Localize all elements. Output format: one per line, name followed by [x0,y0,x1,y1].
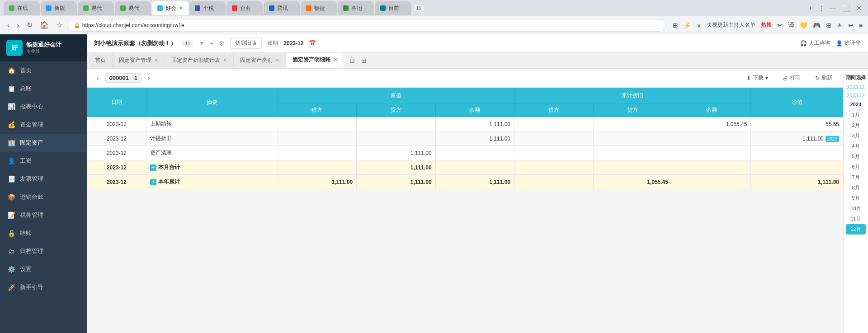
page-tab-home[interactable]: 首页 [89,53,113,68]
translate-icon[interactable]: 译 [788,21,794,29]
period-selected-start[interactable]: 2023.12 [846,84,866,91]
back-button[interactable]: ‹ [5,19,11,31]
download-button[interactable]: ⬇ 下载 ▾ [743,72,772,84]
flash-icon[interactable]: ⚡ [684,22,691,29]
page-tab-fixed_asset_category[interactable]: 固定资产类别 ✕ [234,53,286,68]
dropdown-icon[interactable]: ▼ [199,40,204,47]
cell-2-1: 资产清理 [146,146,278,160]
month-item-1月[interactable]: 1月 [846,110,866,120]
more-icon[interactable]: ∨ [697,22,701,29]
month-item-8月[interactable]: 8月 [846,183,866,193]
page-tab-close-fixed_asset_mgmt[interactable]: ✕ [154,57,158,63]
browser-tab-tab2[interactable]: 新版 [41,1,77,15]
main-content: 刘小艳演示账套（勿删勿动！） 11 ▼ + ⚙ 切到旧版 账期 2023-12 … [87,34,868,333]
page-tab-label-fixed_asset_ledger: 固定资产明细账 [292,56,330,64]
minimize-button[interactable]: — [827,5,839,12]
maximize-button[interactable]: ⬜ [840,5,853,12]
page-tab-close-fixed_asset_dep_stats[interactable]: ✕ [223,57,227,63]
browser-tab-tab4[interactable]: 易代 [115,1,151,15]
reload-button[interactable]: ↻ [25,19,34,31]
logo-text: 畅捷通好会计 [26,41,61,49]
expand-button[interactable]: ⊞ [359,56,368,65]
sidebar-item-fixed_asset[interactable]: 🏢 固定资产 [0,134,87,152]
sidebar-item-home[interactable]: 🏠 首页 [0,61,87,80]
sidebar-item-purchase_sale[interactable]: 📦 进销台账 [0,188,87,206]
tab-close-btn[interactable]: ✕ [179,5,183,11]
sidebar-item-salary[interactable]: 👤 工资 [0,152,87,170]
page-tab-close-fixed_asset_category[interactable]: ✕ [275,57,279,63]
bookmark-button[interactable]: ☆ [54,19,64,31]
month-item-4月[interactable]: 4月 [846,141,866,151]
prev-account-button[interactable]: ‹ [94,74,102,83]
sidebar-item-guide[interactable]: 🚀 新手引导 [0,278,87,296]
month-item-9月[interactable]: 9月 [846,193,866,203]
sidebar-item-ledger[interactable]: 📋 总账 [0,80,87,98]
page-tab-fixed_asset_mgmt[interactable]: 固定资产管理 ✕ [113,53,165,68]
home-button[interactable]: 🏠 [38,19,51,31]
tab-overflow-icon[interactable]: ⋮ [817,5,826,11]
sidebar-item-settings[interactable]: ⚙️ 设置 [0,260,87,278]
sidebar-item-tax[interactable]: 📝 税务管理 [0,206,87,224]
browser-tab-tab11[interactable]: 目前 [375,1,411,15]
help-button[interactable]: 🎧 人工咨询 [800,39,830,47]
user-icon: 👤 [836,40,843,47]
tab-label: 目前 [388,5,399,12]
tab-favicon [380,5,386,11]
sidebar-item-invoice[interactable]: 🧾 发票管理 [0,170,87,188]
undo-icon[interactable]: ↩ [848,22,854,29]
browser-tab-tab1[interactable]: 在线 [4,1,40,15]
user-button[interactable]: 👤 徐译华 [836,39,861,47]
period-selected-end[interactable]: 2023.12 [846,92,866,99]
browser-tab-tab8[interactable]: 腾讯 [264,1,300,15]
month-item-5月[interactable]: 5月 [846,151,866,162]
browser-tab-tab9[interactable]: 畅捷 [301,1,337,15]
col-net-value: 净值 [751,88,843,117]
print-icon: 🖨 [783,75,788,81]
close-browser-button[interactable]: ✕ [854,5,864,12]
hot-search-label[interactable]: 热搜 [761,21,772,29]
add-account-button[interactable]: + [210,40,213,47]
month-item-10月[interactable]: 10月 [846,203,866,214]
cell-0-6 [593,117,672,131]
scissors-icon[interactable]: ✂ [777,22,783,29]
browser-tab-tab5[interactable]: 好会 ✕ [152,1,189,15]
month-item-3月[interactable]: 3月 [846,131,866,141]
col-dep-debit: 借方 [514,103,593,117]
extensions-icon[interactable]: ⊞ [673,22,678,29]
nav-icon-tax: 📝 [7,211,15,219]
sidebar-item-reports[interactable]: 📊 报表中心 [0,98,87,116]
month-item-2月[interactable]: 2月 [846,120,866,131]
menu-icon[interactable]: ≡ [859,22,863,29]
tab-label: 好会 [165,5,176,12]
calendar-icon[interactable]: 📅 [309,40,316,47]
sidebar-item-fund[interactable]: 💰 资金管理 [0,116,87,134]
page-tab-fixed_asset_dep_stats[interactable]: 固定资产折旧统计表 ✕ [165,53,234,68]
browser-tab-tab3[interactable]: 易代 [78,1,114,15]
content-area: ‹ 000001 1 › ⬇ 下载 ▾ [87,69,868,333]
sidebar-item-archive[interactable]: 🗂 归档管理 [0,242,87,260]
next-account-button[interactable]: › [145,74,153,83]
address-input[interactable]: 🔒 https://cloud.chanjet.com/accounting/u… [68,19,665,32]
collapse-button[interactable]: ⊡ [348,56,357,65]
new-tab-button[interactable]: + [805,2,816,14]
switch-version-button[interactable]: 切到旧版 [230,38,262,49]
print-button[interactable]: 🖨 打印 [779,72,804,84]
browser-tab-tab10[interactable]: 各地 [338,1,374,15]
browser-tab-tab7[interactable]: 企业 [226,1,263,15]
col-orig-credit: 贷方 [357,103,435,117]
grid-icon[interactable]: ⊞ [826,22,831,29]
brightness-icon[interactable]: ☀ [837,22,843,29]
game-icon[interactable]: 🎮 [813,22,821,29]
wallet-icon[interactable]: 💛 [800,22,807,29]
month-item-11月[interactable]: 11月 [846,214,866,224]
refresh-button[interactable]: ↻ 刷新 [811,72,836,84]
month-item-12月[interactable]: 12月 [846,224,866,235]
forward-button[interactable]: › [15,19,21,31]
page-tab-close-fixed_asset_ledger[interactable]: ✕ [333,57,337,63]
month-item-7月[interactable]: 7月 [846,172,866,183]
sidebar-item-close[interactable]: 🔒 结账 [0,224,87,242]
month-item-6月[interactable]: 6月 [846,162,866,172]
browser-tab-tab6[interactable]: 个税 [189,1,226,15]
settings-icon[interactable]: ⚙ [219,40,225,47]
page-tab-fixed_asset_ledger[interactable]: 固定资产明细账 ✕ [286,53,344,68]
